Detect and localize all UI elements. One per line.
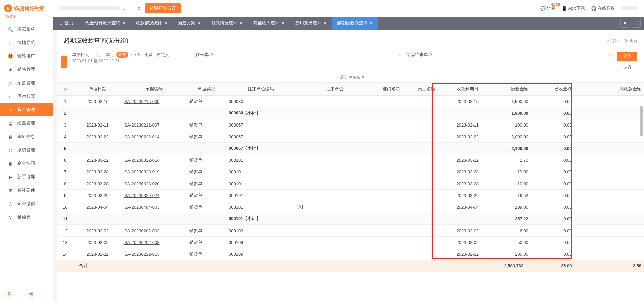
- th-docno[interactable]: 单据编号: [122, 83, 187, 96]
- table-row[interactable]: 9 2023-03-29 SA-20230329-024 销货单 000101 …: [57, 190, 644, 201]
- table-row[interactable]: 4 2023-02-22 SA-20230222-014 销货单 000067 …: [57, 131, 644, 143]
- nav-item-report[interactable]: ▤经营管理: [0, 116, 53, 130]
- nav-item-tag[interactable]: ◈销售管理: [0, 63, 53, 76]
- docno-link[interactable]: SA-20230211-007: [124, 122, 160, 128]
- settle-picker-icon[interactable]: ⋯: [608, 52, 612, 57]
- org-settings-icon[interactable]: ⚙: [137, 6, 141, 11]
- docno-link[interactable]: SA-20230222-014: [124, 134, 160, 139]
- docno-link[interactable]: SA-20230215-009: [124, 99, 160, 104]
- table-row[interactable]: 6 2023-03-22 SA-20230322-014 销货单 000101 …: [57, 154, 644, 166]
- nav-item-home[interactable]: ⌂快捷导航: [0, 36, 53, 49]
- nav-item-wechat[interactable]: ◎企业微信: [0, 197, 53, 210]
- table-settings-icon[interactable]: ⚙: [63, 87, 67, 92]
- th-code[interactable]: 往来单位编码: [226, 83, 295, 96]
- cell-docno: SA-20230404-003: [122, 201, 187, 213]
- nav-item-member[interactable]: V畅会员: [0, 210, 53, 224]
- subtotal-row[interactable]: 5 000067【小计】 2,100.00 0.00: [57, 143, 644, 154]
- unit-filter[interactable]: 往来单位 ⋯: [196, 52, 402, 58]
- app-download-link[interactable]: 📱 App下载: [562, 5, 585, 11]
- close-icon[interactable]: ✕: [370, 21, 373, 26]
- th-type[interactable]: 单据类型: [187, 83, 226, 96]
- th-date[interactable]: 单据日期: [74, 83, 122, 96]
- org-selector[interactable]: ⌄: [59, 6, 133, 11]
- date-preset[interactable]: 本年: [116, 52, 128, 58]
- docno-link[interactable]: SA-20230329-024: [124, 193, 160, 198]
- table-row[interactable]: 10 2023-04-04 SA-20230404-003 销货单 000101…: [57, 201, 644, 213]
- date-preset[interactable]: 本月: [104, 52, 116, 58]
- table-row[interactable]: 1 2023-02-15 SA-20230215-009 销货单 000030 …: [57, 96, 644, 107]
- tab-item[interactable]: 其他收入统计✕: [248, 17, 290, 30]
- filter-collapse-toggle[interactable]: »: [61, 56, 67, 68]
- close-all-tabs-button[interactable]: ✕: [620, 19, 629, 28]
- table-row[interactable]: 7 2023-03-28 SA-20230328-019 销货单 000101 …: [57, 166, 644, 178]
- cell-unit: [296, 131, 374, 143]
- tab-item[interactable]: 现金银行流水查询✕: [80, 17, 131, 30]
- query-button[interactable]: 查询: [617, 52, 637, 61]
- nav-item-search[interactable]: 🔍搜索菜单: [0, 22, 53, 36]
- nav-item-guide[interactable]: ▶新手引导: [0, 170, 53, 184]
- table-row[interactable]: 8 2023-03-28 SA-20230328-020 销货单 000101 …: [57, 178, 644, 190]
- docno-link[interactable]: SA-20230328-020: [124, 181, 160, 186]
- docno-link[interactable]: SA-20230202-003: [124, 228, 160, 233]
- tab-item[interactable]: 新建方案✕: [173, 17, 206, 30]
- th-dept[interactable]: 部门名称: [374, 83, 409, 96]
- subtotal-row[interactable]: 2 000030【小计】 1,900.00 0.00: [57, 107, 644, 119]
- customer-service-link[interactable]: 🎧 在线客服: [591, 5, 615, 11]
- trial-button[interactable]: 体验行业方案: [145, 3, 181, 13]
- table-wrapper[interactable]: ⚙ 单据日期 单据编号 单据类型 往来单位编码 往来单位 部门名称 员工名称 收…: [57, 83, 644, 301]
- close-icon[interactable]: ✕: [239, 21, 242, 26]
- tab-item[interactable]: 超期应收款查询✕: [332, 17, 378, 30]
- subtotal-row[interactable]: 11 000101【小计】 257.22 0.00: [57, 213, 644, 225]
- nav-item-money[interactable]: ⊙资金管理: [0, 103, 53, 116]
- nav-item-info[interactable]: ▦基础信息: [0, 130, 53, 143]
- th-unpaid[interactable]: 未收款金额: [596, 83, 644, 96]
- table-row[interactable]: 13 2023-02-02 SA-20230202-008 销货单 000109…: [57, 237, 644, 248]
- messages-link[interactable]: 💬 消息 99+: [540, 5, 556, 11]
- cell-receivable: 2,100.00: [492, 143, 535, 154]
- user-avatar[interactable]: [621, 6, 638, 10]
- settings-gear-icon[interactable]: ⚙: [7, 291, 11, 296]
- nav-item-collab[interactable]: ▣企业协同: [0, 157, 53, 170]
- docno-link[interactable]: SA-20230328-019: [124, 169, 160, 174]
- table-row[interactable]: 12 2023-02-02 SA-20230202-003 销货单 000109…: [57, 225, 644, 237]
- close-icon[interactable]: ✕: [323, 21, 326, 26]
- th-received[interactable]: 已收金额: [535, 83, 579, 96]
- tab-home[interactable]: ⌂ 首页: [53, 17, 80, 30]
- date-preset[interactable]: 更多: [143, 52, 155, 58]
- expand-conditions[interactable]: ≈ 展开更多条件: [57, 72, 644, 83]
- close-icon[interactable]: ✕: [197, 21, 200, 26]
- close-icon[interactable]: ✕: [281, 21, 284, 26]
- date-preset[interactable]: 近7天: [128, 52, 143, 58]
- fullscreen-button[interactable]: ⛶: [632, 19, 641, 28]
- tab-item[interactable]: 收款情况统计✕: [131, 17, 173, 30]
- table-row[interactable]: 14 2023-02-22 SA-20230222-013 销货单 000109…: [57, 248, 644, 260]
- unit-picker-icon[interactable]: ⋯: [397, 52, 402, 57]
- th-emp[interactable]: 员工名称: [409, 83, 444, 96]
- nav-item-cart[interactable]: 🛒采购管理: [0, 76, 53, 90]
- docno-link[interactable]: SA-20230404-003: [124, 205, 160, 210]
- tab-item[interactable]: 费用支出统计✕: [290, 17, 332, 30]
- th-due[interactable]: 收款到期日: [444, 83, 492, 96]
- settle-unit-filter[interactable]: 结算往来单位 ⋯: [406, 52, 612, 58]
- close-icon[interactable]: ✕: [122, 21, 125, 26]
- close-icon[interactable]: ✕: [164, 21, 167, 26]
- nav-item-gift[interactable]: 🎁营销推广: [0, 49, 53, 63]
- nav-item-hardware[interactable]: ⊞智能硬件: [0, 184, 53, 197]
- collapse-sidebar-icon[interactable]: ◀): [28, 291, 33, 296]
- date-preset[interactable]: 上月: [92, 52, 104, 58]
- tab-item[interactable]: 付款情况统计✕: [206, 17, 248, 30]
- vertical-scrollbar[interactable]: [640, 106, 643, 136]
- docno-link[interactable]: SA-20230222-013: [124, 252, 160, 257]
- docno-link[interactable]: SA-20230322-014: [124, 158, 160, 163]
- th-receivable[interactable]: 应收金额: [492, 83, 535, 96]
- settings-button[interactable]: 设置: [617, 63, 637, 72]
- nav-item-system[interactable]: ◌系统管理: [0, 143, 53, 157]
- date-filter: 单据日期 上月本月本年近7天更多自定义 2023-01-01 至 2023-12…: [72, 52, 171, 64]
- export-button[interactable]: ↗ 导出: [606, 38, 619, 44]
- nav-item-warehouse[interactable]: ⌂库存核算: [0, 90, 53, 103]
- date-preset[interactable]: 自定义: [155, 52, 171, 58]
- docno-link[interactable]: SA-20230202-008: [124, 240, 160, 245]
- refresh-button[interactable]: ↻ 刷新: [625, 38, 637, 44]
- th-unit[interactable]: 往来单位: [296, 83, 374, 96]
- table-row[interactable]: 3 2023-02-11 SA-20230211-007 销货单 000067 …: [57, 119, 644, 131]
